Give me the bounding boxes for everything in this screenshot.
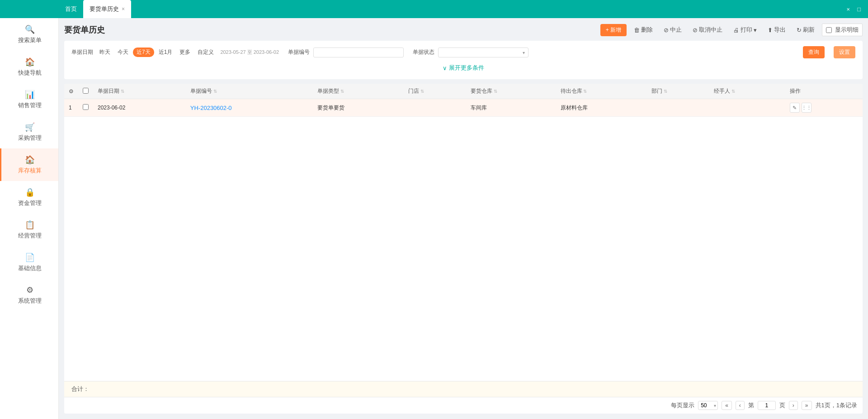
- table-footer: 合计：: [64, 381, 863, 397]
- docno-input[interactable]: [313, 48, 404, 57]
- delete-icon: 🗑: [634, 27, 640, 33]
- window-maximize-btn[interactable]: □: [857, 6, 861, 13]
- top-nav-right: × □: [847, 6, 868, 13]
- col-ops: 操作: [785, 84, 863, 99]
- sidebar-item-search-menu[interactable]: 🔍 搜索菜单: [0, 18, 58, 51]
- col-settings[interactable]: ⚙: [64, 84, 78, 99]
- filter-row: 单据日期 昨天 今天 近7天 近1月 更多 自定义 2023-05-27 至 2…: [71, 46, 855, 58]
- row-edit-btn[interactable]: ✎: [790, 103, 800, 113]
- window-close-btn[interactable]: ×: [847, 6, 850, 13]
- sidebar-item-label: 销售管理: [18, 101, 42, 110]
- sidebar-item-quick-nav[interactable]: 🏠 快捷导航: [0, 51, 58, 83]
- docno-link[interactable]: YH-20230602-0: [190, 105, 232, 111]
- page-size-select[interactable]: 50 20 100: [698, 401, 718, 410]
- sidebar-item-system-mgmt[interactable]: ⚙ 系统管理: [0, 279, 58, 311]
- sidebar-item-label: 搜索菜单: [18, 36, 42, 44]
- export-icon: ⬆: [768, 27, 773, 33]
- system-mgmt-icon: ⚙: [26, 285, 33, 295]
- date-range-display: 2023-05-27 至 2023-06-02: [220, 49, 279, 56]
- sidebar-item-label: 经营管理: [18, 232, 42, 240]
- date-btn-last7days[interactable]: 近7天: [133, 48, 154, 57]
- cell-docno[interactable]: YH-20230602-0: [186, 99, 313, 117]
- delete-button[interactable]: 🗑 删除: [630, 24, 656, 36]
- date-btn-last1month[interactable]: 近1月: [156, 48, 175, 57]
- total-label: 共1页，1条记录: [816, 401, 857, 409]
- expand-more-btn[interactable]: ∨ 展开更多条件: [437, 62, 490, 74]
- query-button[interactable]: 查询: [803, 46, 825, 58]
- date-btn-yesterday[interactable]: 昨天: [97, 48, 113, 57]
- col-store[interactable]: 门店: [404, 84, 466, 99]
- row-checkbox[interactable]: [83, 104, 89, 110]
- sidebar-item-sales-mgmt[interactable]: 📊 销售管理: [0, 83, 58, 116]
- col-pending-warehouse[interactable]: 待出仓库: [556, 84, 647, 99]
- row-more-btn[interactable]: ⋮⋮: [802, 103, 811, 113]
- page-input-label: 第: [748, 401, 754, 409]
- print-dropdown-icon: ▾: [754, 27, 757, 33]
- sidebar-item-label: 系统管理: [18, 297, 42, 305]
- refresh-button[interactable]: ↻ 刷新: [793, 24, 818, 36]
- date-btn-custom[interactable]: 自定义: [195, 48, 217, 57]
- sidebar-item-inventory[interactable]: 🏠 库存核算: [0, 148, 58, 181]
- cell-checkbox: [78, 99, 93, 117]
- main-layout: 🔍 搜索菜单 🏠 快捷导航 📊 销售管理 🛒 采购管理 🏠 库存核算 🔒 资金管…: [0, 18, 868, 419]
- tab-requisition-history[interactable]: 要货单历史 ×: [83, 0, 131, 18]
- prev-page-btn[interactable]: ‹: [736, 401, 745, 410]
- stop-button[interactable]: ⊘ 中止: [660, 24, 685, 36]
- table-row: 1 2023-06-02 YH-20230602-0 要货单要货 车间库 原材料…: [64, 99, 863, 117]
- toolbar: + 新增 🗑 删除 ⊘ 中止 ⊘ 取消中止 🖨 打印 ▾: [600, 24, 863, 36]
- cell-ops: ✎ ⋮⋮: [785, 99, 863, 117]
- date-filter-btns: 昨天 今天 近7天 近1月 更多 自定义: [97, 48, 217, 57]
- sidebar: 🔍 搜索菜单 🏠 快捷导航 📊 销售管理 🛒 采购管理 🏠 库存核算 🔒 资金管…: [0, 18, 59, 419]
- print-icon: 🖨: [733, 27, 739, 33]
- sidebar-item-basic-info[interactable]: 📄 基础信息: [0, 246, 58, 279]
- sidebar-item-finance[interactable]: 🔒 资金管理: [0, 181, 58, 214]
- cancel-stop-button[interactable]: ⊘ 取消中止: [689, 24, 726, 36]
- sidebar-item-label: 采购管理: [18, 134, 42, 142]
- date-btn-more[interactable]: 更多: [177, 48, 193, 57]
- cell-req-warehouse: 车间库: [466, 99, 556, 117]
- col-dept[interactable]: 部门: [647, 84, 709, 99]
- sales-mgmt-icon: 📊: [25, 90, 35, 100]
- settings-button[interactable]: 设置: [834, 46, 855, 58]
- tab-home-label: 首页: [65, 5, 77, 13]
- cell-store: [404, 99, 466, 117]
- date-filter-label: 单据日期: [71, 48, 93, 56]
- next-page-btn[interactable]: ›: [789, 401, 798, 410]
- col-checkbox: [78, 84, 93, 99]
- export-button[interactable]: ⬆ 导出: [764, 24, 789, 36]
- inventory-icon: 🏠: [25, 155, 35, 165]
- sidebar-item-purchase-mgmt[interactable]: 🛒 采购管理: [0, 116, 58, 148]
- col-type[interactable]: 单据类型: [313, 84, 404, 99]
- first-page-btn[interactable]: «: [722, 401, 732, 410]
- new-button[interactable]: + 新增: [600, 24, 627, 36]
- col-docno[interactable]: 单据编号: [186, 84, 313, 99]
- display-detail-btn[interactable]: 显示明细: [822, 24, 863, 36]
- cell-type: 要货单要货: [313, 99, 404, 117]
- col-req-warehouse[interactable]: 要货仓库: [466, 84, 556, 99]
- status-select[interactable]: [438, 48, 528, 57]
- select-all-checkbox[interactable]: [83, 88, 89, 94]
- page-input[interactable]: [758, 401, 776, 410]
- tab-home[interactable]: 首页: [59, 0, 83, 18]
- content-area: 要货单历史 + 新增 🗑 删除 ⊘ 中止 ⊘ 取消中止 🖨 打印: [59, 18, 868, 419]
- page-header: 要货单历史 + 新增 🗑 删除 ⊘ 中止 ⊘ 取消中止 🖨 打印: [64, 24, 863, 36]
- sidebar-item-label: 基础信息: [18, 264, 42, 272]
- docno-filter-label: 单据编号: [288, 48, 310, 56]
- quick-nav-icon: 🏠: [25, 57, 35, 67]
- stop-icon: ⊘: [664, 27, 669, 33]
- col-date[interactable]: 单据日期: [93, 84, 186, 99]
- display-detail-checkbox[interactable]: [826, 27, 832, 33]
- tab-close-icon[interactable]: ×: [122, 6, 125, 12]
- col-handler[interactable]: 经手人: [709, 84, 785, 99]
- date-btn-today[interactable]: 今天: [115, 48, 131, 57]
- cancel-stop-icon: ⊘: [693, 27, 698, 33]
- cell-pending-warehouse: 原材料仓库: [556, 99, 647, 117]
- tab-requisition-history-label: 要货单历史: [90, 5, 119, 13]
- purchase-mgmt-icon: 🛒: [25, 122, 35, 132]
- docno-filter: 单据编号: [288, 48, 404, 57]
- sidebar-item-operations[interactable]: 📋 经营管理: [0, 214, 58, 246]
- print-button[interactable]: 🖨 打印 ▾: [730, 24, 760, 36]
- last-page-btn[interactable]: »: [802, 401, 812, 410]
- pagination-bar: 每页显示 50 20 100 « ‹ 第 页 › » 共1页，1条记录: [64, 397, 863, 414]
- cell-dept: [647, 99, 709, 117]
